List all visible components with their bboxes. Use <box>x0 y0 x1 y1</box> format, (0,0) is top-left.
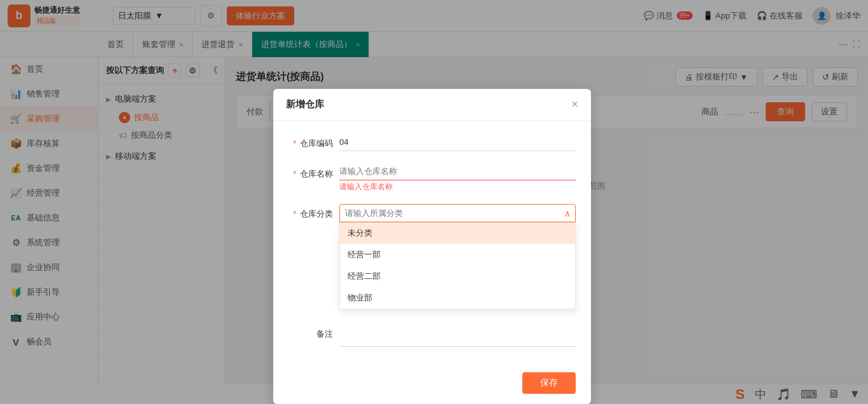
dropdown-item-1[interactable]: 经营一部 <box>340 244 575 266</box>
category-select-wrapper: ∧ 未分类 经营一部 经营二部 物业部 <box>339 204 576 222</box>
note-textarea[interactable] <box>339 324 576 347</box>
dropdown-item-2[interactable]: 经营二部 <box>340 266 575 287</box>
name-error-msg: 请输入仓库名称 <box>339 182 393 191</box>
modal-close-button[interactable]: × <box>571 98 578 111</box>
form-row-category: * 仓库分类 ∧ 未分类 经营一部 经营二部 物业部 <box>288 204 576 222</box>
dropdown-item-0[interactable]: 未分类 <box>340 222 575 244</box>
save-button[interactable]: 保存 <box>522 372 576 394</box>
modal-title: 新增仓库 <box>286 98 324 111</box>
new-warehouse-modal: 新增仓库 × * 仓库编码 * 仓库名称 请输入仓库名称 <box>273 89 591 404</box>
modal-header: 新增仓库 × <box>273 89 591 121</box>
name-label: * 仓库名称 <box>288 164 339 180</box>
modal-body: * 仓库编码 * 仓库名称 请输入仓库名称 * 仓库分类 <box>273 121 591 365</box>
category-input[interactable] <box>339 204 576 222</box>
modal-footer: 保存 <box>273 365 591 404</box>
name-input[interactable] <box>339 163 576 180</box>
form-row-code: * 仓库编码 <box>288 133 576 151</box>
dropdown-item-3[interactable]: 物业部 <box>340 287 575 309</box>
code-label: * 仓库编码 <box>288 133 339 149</box>
category-label: * 仓库分类 <box>288 204 339 220</box>
form-row-note: 备注 <box>288 324 576 347</box>
code-input[interactable] <box>339 133 576 151</box>
note-label: 备注 <box>288 324 339 340</box>
category-dropdown: 未分类 经营一部 经营二部 物业部 <box>339 222 576 309</box>
form-row-name: * 仓库名称 请输入仓库名称 <box>288 163 576 192</box>
category-arrow-icon: ∧ <box>564 208 571 219</box>
